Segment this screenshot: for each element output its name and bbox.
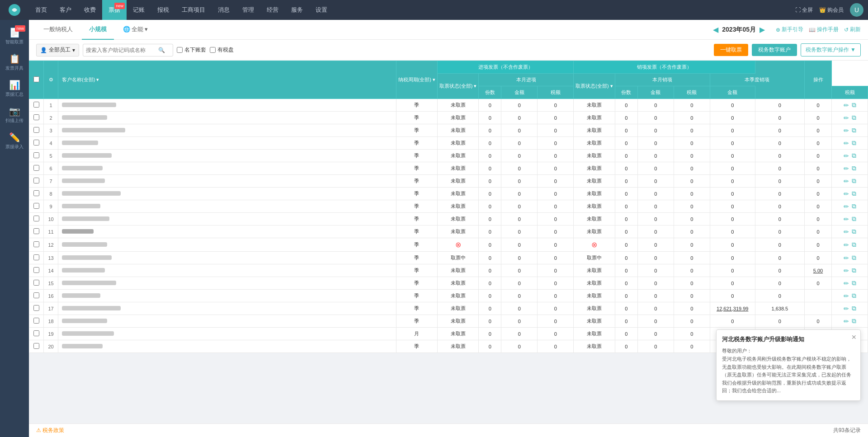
select-all-header[interactable]	[29, 61, 44, 99]
tab-small-scale[interactable]: 小规模	[82, 20, 114, 40]
row-checkbox[interactable]	[33, 292, 39, 298]
row-checkbox[interactable]	[33, 114, 39, 120]
copy-icon[interactable]: ⧉	[852, 267, 856, 274]
nav-operation[interactable]: 经营	[260, 0, 285, 20]
copy-icon[interactable]: ⧉	[852, 152, 856, 160]
nav-billing[interactable]: 收费	[78, 0, 102, 20]
copy-icon[interactable]: ⧉	[852, 114, 856, 122]
nav-customer[interactable]: 客户	[53, 0, 78, 20]
edit-icon[interactable]: ✏	[844, 102, 849, 109]
row-checkbox[interactable]	[33, 165, 39, 171]
row-checkbox[interactable]	[33, 343, 39, 349]
nav-accounting[interactable]: 记账	[127, 0, 151, 20]
vip-btn[interactable]: 👑 购会员	[819, 6, 844, 14]
row-checkbox[interactable]	[33, 254, 39, 260]
user-avatar[interactable]: U	[850, 3, 863, 17]
has-tax-disk-checkbox[interactable]	[210, 47, 216, 53]
row-checkbox[interactable]	[33, 127, 39, 133]
customer-name-header: 客户名称(全部) ▾	[58, 61, 396, 99]
search-input[interactable]	[86, 47, 158, 53]
refresh-link[interactable]: ↺ 刷新	[844, 26, 861, 33]
tax-policy-link[interactable]: ⚠ 税务政策	[36, 427, 64, 434]
copy-icon[interactable]: ⧉	[852, 279, 856, 287]
copy-icon[interactable]: ⧉	[852, 228, 856, 235]
edit-icon[interactable]: ✏	[844, 140, 849, 147]
row-checkbox[interactable]	[33, 241, 39, 247]
manual-link[interactable]: 📖 操作手册	[809, 26, 839, 33]
select-all-checkbox[interactable]	[33, 76, 39, 82]
new-guide-link[interactable]: ⊕ 新手引导	[776, 26, 803, 33]
edit-icon[interactable]: ✏	[844, 241, 849, 249]
sub-account-checkbox[interactable]	[177, 47, 183, 53]
nav-service[interactable]: 服务	[285, 0, 309, 20]
row-checkbox[interactable]	[33, 305, 39, 311]
row-checkbox[interactable]	[33, 178, 39, 183]
edit-icon[interactable]: ✏	[844, 114, 849, 122]
nav-settings[interactable]: 设置	[309, 0, 334, 20]
edit-icon[interactable]: ✏	[844, 127, 849, 134]
edit-icon[interactable]: ✏	[844, 292, 849, 300]
search-icon[interactable]: 🔍	[158, 47, 165, 53]
row-checkbox[interactable]	[33, 152, 39, 158]
copy-icon[interactable]: ⧉	[852, 177, 856, 185]
copy-icon[interactable]: ⧉	[852, 215, 856, 223]
edit-icon[interactable]: ✏	[844, 190, 849, 197]
edit-icon[interactable]: ✏	[844, 152, 849, 160]
edit-icon[interactable]: ✏	[844, 280, 849, 287]
sidebar-item-smart-invoice[interactable]: 📄 new 智能取票	[0, 23, 29, 49]
period-prev-btn[interactable]: ◀	[713, 25, 718, 34]
row-checkbox[interactable]	[33, 102, 39, 108]
fullscreen-btn[interactable]: ⛶ 全屏	[795, 6, 813, 14]
row-checkbox[interactable]	[33, 280, 39, 286]
row-checkbox[interactable]	[33, 228, 39, 234]
edit-icon[interactable]: ✏	[844, 203, 849, 210]
edit-icon[interactable]: ✏	[844, 165, 849, 172]
copy-icon[interactable]: ⧉	[852, 202, 856, 210]
tax-digital-ops-btn[interactable]: 税务数字账户操作 ▼	[801, 43, 861, 56]
edit-icon[interactable]: ✏	[844, 305, 849, 312]
nav-business[interactable]: 工商项目	[175, 0, 212, 20]
edit-icon[interactable]: ✏	[844, 216, 849, 223]
settings-header[interactable]: ⚙	[44, 61, 58, 99]
copy-icon[interactable]: ⧉	[852, 127, 856, 134]
sidebar-item-open-invoice[interactable]: 📋 发票开具	[0, 50, 29, 75]
nav-manage[interactable]: 管理	[236, 0, 260, 20]
row-checkbox[interactable]	[33, 267, 39, 273]
copy-icon[interactable]: ⧉	[852, 292, 856, 300]
period-next-btn[interactable]: ▶	[760, 25, 765, 34]
nav-tax[interactable]: 报税	[151, 0, 175, 20]
copy-icon[interactable]: ⧉	[852, 139, 856, 147]
employee-filter[interactable]: 👤 全部员工 ▾	[36, 44, 79, 56]
sidebar-item-scan-upload[interactable]: 📷 扫描上传	[0, 102, 29, 127]
tax-digital-account-btn[interactable]: 税务数字账户	[752, 44, 797, 56]
nav-message[interactable]: 消息	[212, 0, 236, 20]
row-checkbox[interactable]	[33, 330, 39, 336]
one-click-invoice-btn[interactable]: 一键取票	[714, 44, 748, 56]
edit-icon[interactable]: ✏	[844, 318, 849, 325]
copy-icon[interactable]: ⧉	[852, 317, 856, 325]
edit-icon[interactable]: ✏	[844, 178, 849, 185]
copy-icon[interactable]: ⧉	[852, 241, 856, 249]
tab-general-taxpayer[interactable]: 一般纳税人	[36, 20, 80, 40]
has-tax-disk-filter[interactable]: 有税盘	[210, 46, 234, 54]
sub-account-filter[interactable]: 名下账套	[177, 46, 206, 54]
row-checkbox[interactable]	[33, 203, 39, 209]
nav-invoice[interactable]: 票据 new	[102, 0, 127, 20]
copy-icon[interactable]: ⧉	[852, 101, 856, 109]
notification-close-btn[interactable]: ✕	[851, 334, 857, 341]
edit-icon[interactable]: ✏	[844, 254, 849, 262]
copy-icon[interactable]: ⧉	[852, 164, 856, 172]
tab-all[interactable]: 🌐 全能 ▾	[116, 20, 155, 40]
row-checkbox[interactable]	[33, 216, 39, 221]
edit-icon[interactable]: ✏	[844, 228, 849, 235]
copy-icon[interactable]: ⧉	[852, 190, 856, 197]
copy-icon[interactable]: ⧉	[852, 305, 856, 312]
edit-icon[interactable]: ✏	[844, 267, 849, 274]
nav-home[interactable]: 首页	[29, 0, 53, 20]
sidebar-item-invoice-summary[interactable]: 📊 票据汇总	[0, 76, 29, 101]
copy-icon[interactable]: ⧉	[852, 254, 856, 262]
sidebar-item-invoice-entry[interactable]: ✏️ 票据录入	[0, 128, 29, 154]
row-checkbox[interactable]	[33, 140, 39, 146]
row-checkbox[interactable]	[33, 190, 39, 196]
row-checkbox[interactable]	[33, 318, 39, 324]
